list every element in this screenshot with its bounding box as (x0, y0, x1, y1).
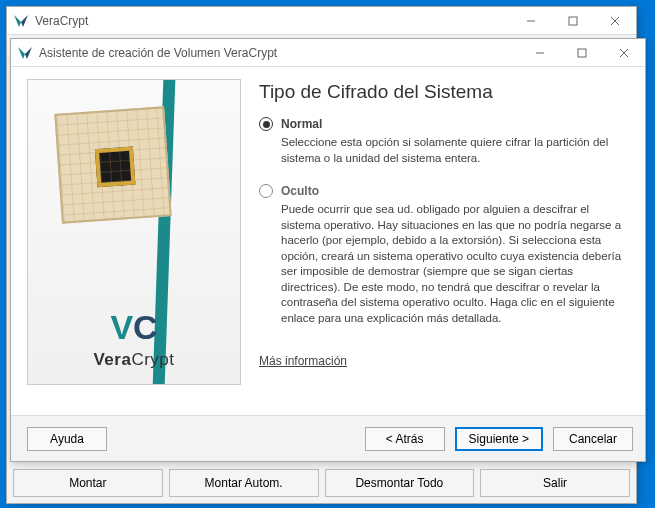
wizard-content: Tipo de Cifrado del Sistema Normal Selec… (241, 79, 629, 407)
svg-marker-1 (21, 15, 28, 27)
svg-marker-6 (18, 47, 25, 59)
radio-label-normal: Normal (281, 117, 322, 131)
exit-button[interactable]: Salir (480, 469, 630, 497)
radio-desc-normal: Seleccione esta opción si solamente quie… (281, 135, 629, 166)
wizard-window-title: Asistente de creación de Volumen VeraCry… (39, 46, 519, 60)
svg-rect-9 (578, 49, 586, 57)
svg-marker-7 (25, 47, 32, 59)
minimize-button[interactable] (510, 7, 552, 35)
minimize-button[interactable] (519, 39, 561, 67)
veracrypt-logo: VC VeraCrypt (28, 317, 240, 370)
wizard-titlebar: Asistente de creación de Volumen VeraCry… (11, 39, 645, 67)
radio-desc-hidden: Puede ocurrir que sea ud. obligado por a… (281, 202, 629, 326)
help-button[interactable]: Ayuda (27, 427, 107, 451)
wizard-heading: Tipo de Cifrado del Sistema (259, 81, 629, 103)
radio-icon (259, 184, 273, 198)
veracrypt-app-icon (13, 13, 29, 29)
wizard-sidebar-image: VC VeraCrypt (27, 79, 241, 385)
maximize-button[interactable] (561, 39, 603, 67)
mount-button[interactable]: Montar (13, 469, 163, 497)
main-window-title: VeraCrypt (35, 14, 510, 28)
cancel-button[interactable]: Cancelar (553, 427, 633, 451)
back-button[interactable]: < Atrás (365, 427, 445, 451)
wizard-body: VC VeraCrypt Tipo de Cifrado del Sistema… (11, 67, 645, 415)
next-button[interactable]: Siguiente > (455, 427, 543, 451)
radio-icon (259, 117, 273, 131)
main-bottom-toolbar: Montar Montar Autom. Desmontar Todo Sali… (13, 469, 630, 497)
radio-option-hidden[interactable]: Oculto (259, 184, 629, 198)
volume-creation-wizard: Asistente de creación de Volumen VeraCry… (10, 38, 646, 462)
veracrypt-app-icon (17, 45, 33, 61)
wizard-footer: Ayuda < Atrás Siguiente > Cancelar (11, 415, 645, 461)
radio-option-normal[interactable]: Normal (259, 117, 629, 131)
maximize-button[interactable] (552, 7, 594, 35)
main-titlebar: VeraCrypt (7, 7, 636, 35)
dismount-all-button[interactable]: Desmontar Todo (325, 469, 475, 497)
close-button[interactable] (594, 7, 636, 35)
radio-label-hidden: Oculto (281, 184, 319, 198)
svg-marker-0 (14, 15, 21, 27)
svg-rect-3 (569, 17, 577, 25)
more-info-link[interactable]: Más información (259, 354, 347, 368)
automount-button[interactable]: Montar Autom. (169, 469, 319, 497)
close-button[interactable] (603, 39, 645, 67)
